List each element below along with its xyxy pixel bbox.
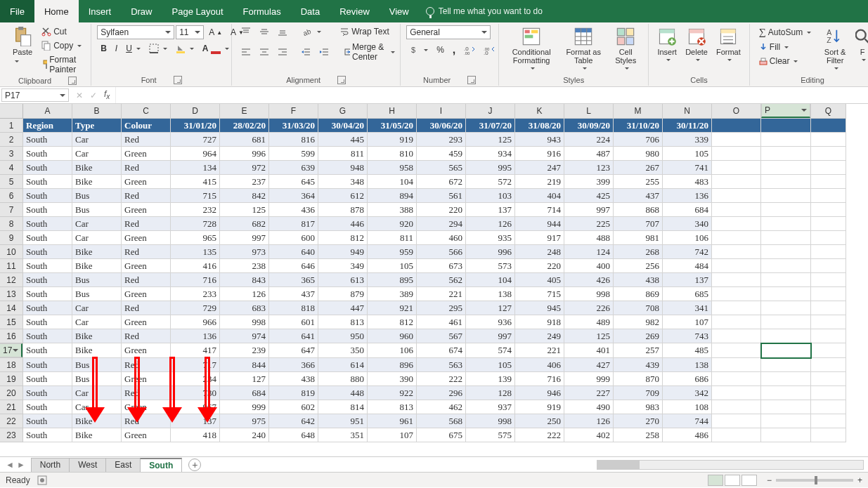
cell[interactable]: 918 — [515, 315, 564, 329]
cell[interactable]: 365 — [269, 273, 318, 287]
cell[interactable]: 139 — [466, 372, 515, 386]
cell[interactable]: 640 — [269, 245, 318, 259]
decrease-indent-button[interactable] — [297, 46, 314, 58]
tab-draw[interactable]: Draw — [121, 0, 162, 22]
cell[interactable]: Green — [122, 147, 171, 161]
cell[interactable]: 296 — [417, 386, 466, 400]
cell[interactable] — [811, 175, 846, 189]
cell[interactable]: 488 — [564, 231, 614, 245]
cell[interactable] — [712, 175, 761, 189]
cell[interactable]: 916 — [515, 147, 564, 161]
cell[interactable] — [761, 245, 811, 259]
orientation-button[interactable]: ab — [299, 25, 325, 38]
cell[interactable] — [712, 343, 761, 358]
cell[interactable]: 30/11/20 — [663, 119, 712, 133]
cell[interactable]: 983 — [614, 400, 663, 414]
row-header[interactable]: 1 — [0, 119, 23, 133]
cell[interactable]: 921 — [368, 301, 417, 315]
underline-button[interactable]: U — [122, 42, 144, 55]
cell[interactable]: 415 — [171, 175, 220, 189]
cell[interactable]: 136 — [171, 329, 220, 343]
cell[interactable]: 972 — [220, 161, 269, 175]
tell-me-search[interactable]: Tell me what you want to do — [419, 0, 550, 22]
cell[interactable] — [761, 231, 811, 245]
cell[interactable] — [761, 203, 811, 217]
border-button[interactable] — [145, 42, 171, 55]
cell[interactable]: 134 — [171, 161, 220, 175]
cell[interactable]: 31/01/20 — [171, 119, 220, 133]
cell[interactable]: 675 — [417, 428, 466, 442]
cell[interactable]: 137 — [663, 273, 712, 287]
cell[interactable]: 683 — [220, 301, 269, 315]
cell[interactable]: 250 — [515, 414, 564, 428]
cell[interactable]: Colour — [122, 119, 171, 133]
cell[interactable]: 351 — [318, 428, 368, 442]
cell[interactable]: Red — [122, 217, 171, 231]
cell[interactable]: 895 — [368, 273, 417, 287]
align-middle-button[interactable] — [256, 25, 273, 38]
cell[interactable]: 418 — [171, 428, 220, 442]
cell[interactable]: 813 — [318, 315, 368, 329]
cell[interactable]: 437 — [269, 287, 318, 301]
cell[interactable]: 125 — [220, 203, 269, 217]
cell[interactable]: 601 — [269, 315, 318, 329]
cell[interactable]: 221 — [515, 343, 564, 358]
row-header[interactable]: 19 — [0, 372, 23, 386]
cell[interactable]: 998 — [220, 315, 269, 329]
format-cells-button[interactable]: Format — [713, 25, 744, 63]
cell[interactable]: 973 — [220, 245, 269, 259]
cell[interactable]: 566 — [417, 245, 466, 259]
cell[interactable]: Green — [122, 315, 171, 329]
cell[interactable]: 364 — [269, 189, 318, 203]
cell[interactable]: 565 — [417, 161, 466, 175]
cell[interactable]: 137 — [466, 203, 515, 217]
cell[interactable]: 844 — [220, 358, 269, 372]
cell[interactable]: South — [23, 343, 72, 358]
cell[interactable]: 814 — [318, 400, 368, 414]
cell[interactable] — [811, 119, 846, 133]
cell[interactable]: 106 — [368, 343, 417, 358]
cell[interactable]: 405 — [515, 273, 564, 287]
font-size-select[interactable]: 11 — [176, 25, 204, 39]
cell[interactable]: 706 — [614, 133, 663, 147]
column-header[interactable]: J — [466, 104, 515, 119]
cell[interactable]: 269 — [614, 329, 663, 343]
cell[interactable] — [811, 358, 846, 372]
cell[interactable]: 998 — [466, 414, 515, 428]
cell[interactable] — [811, 133, 846, 147]
cell[interactable]: 995 — [466, 161, 515, 175]
cell[interactable]: 894 — [368, 189, 417, 203]
row-header[interactable]: 13 — [0, 287, 23, 301]
cell[interactable]: 234 — [171, 372, 220, 386]
cell[interactable]: Green — [122, 175, 171, 189]
sheet-tab-north[interactable]: North — [31, 458, 70, 472]
cell[interactable]: 980 — [614, 147, 663, 161]
cell[interactable]: 810 — [368, 147, 417, 161]
cell[interactable]: 126 — [220, 287, 269, 301]
cell[interactable]: South — [23, 189, 72, 203]
cell[interactable] — [811, 386, 846, 400]
cell[interactable] — [811, 245, 846, 259]
comma-format-button[interactable]: , — [449, 42, 459, 58]
cell[interactable]: 613 — [318, 273, 368, 287]
cell[interactable]: 249 — [515, 329, 564, 343]
zoom-slider[interactable] — [776, 479, 853, 482]
align-top-button[interactable] — [238, 25, 254, 38]
cell[interactable]: 459 — [417, 147, 466, 161]
cell[interactable]: 573 — [466, 259, 515, 273]
cell[interactable]: Red — [122, 273, 171, 287]
cell[interactable]: 966 — [171, 315, 220, 329]
cell[interactable]: 563 — [417, 358, 466, 372]
cell[interactable]: 715 — [171, 189, 220, 203]
cell[interactable]: 707 — [614, 217, 663, 231]
name-box[interactable]: P17 — [1, 88, 69, 102]
cell[interactable]: 128 — [466, 386, 515, 400]
cell[interactable] — [811, 231, 846, 245]
cell[interactable]: 685 — [663, 287, 712, 301]
cell[interactable]: 917 — [515, 231, 564, 245]
cell[interactable]: 219 — [515, 175, 564, 189]
cell[interactable]: Type — [72, 119, 122, 133]
cell[interactable] — [811, 343, 846, 358]
font-name-select[interactable]: Sylfaen — [97, 25, 174, 39]
increase-indent-button[interactable] — [316, 46, 332, 58]
